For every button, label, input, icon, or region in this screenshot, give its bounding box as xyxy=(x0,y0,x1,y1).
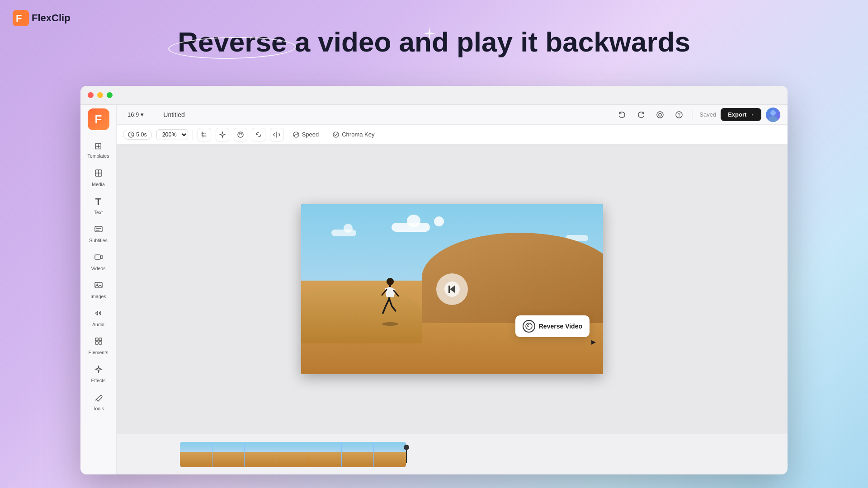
media-icon xyxy=(94,169,103,180)
aspect-ratio-button[interactable]: 16:9 ▾ xyxy=(124,109,147,120)
export-label: Export → xyxy=(728,111,754,118)
timeline-frame-5 xyxy=(309,442,342,467)
dune-left xyxy=(301,285,422,343)
sidebar-item-elements[interactable]: Elements xyxy=(82,332,115,359)
templates-icon: ⊞ xyxy=(94,141,102,151)
media-label: Media xyxy=(92,182,105,187)
flexclip-logo-icon: F xyxy=(13,10,29,26)
cloud2-main xyxy=(331,230,356,236)
user-avatar[interactable] xyxy=(766,108,780,122)
top-toolbar: 16:9 ▾ Untitled ? Sa xyxy=(117,105,788,125)
help-button[interactable]: ? xyxy=(672,108,686,122)
secondary-toolbar: 5.0s 200% 150% 100% 75% xyxy=(117,125,788,145)
chroma-key-button[interactable]: Chroma Key xyxy=(328,129,379,140)
subtitles-icon xyxy=(94,225,103,236)
timeline-frame-1 xyxy=(180,442,212,467)
divider2 xyxy=(693,110,693,119)
duration-value: 5.0s xyxy=(136,131,147,138)
effects-icon xyxy=(94,365,103,376)
videos-label: Videos xyxy=(91,266,106,271)
fill-color-button[interactable] xyxy=(234,128,247,141)
videos-icon xyxy=(94,253,103,264)
present-button[interactable] xyxy=(653,108,667,122)
logo-text: FlexClip xyxy=(32,12,71,24)
reverse-button[interactable] xyxy=(252,128,265,141)
traffic-light-green[interactable] xyxy=(107,92,113,98)
zoom-select[interactable]: 200% 150% 100% 75% xyxy=(156,129,188,140)
svg-point-23 xyxy=(238,132,243,137)
text-icon: T xyxy=(95,196,101,208)
audio-icon xyxy=(94,309,103,320)
redo-button[interactable] xyxy=(634,108,648,122)
aspect-ratio-chevron: ▾ xyxy=(141,111,144,118)
flip-button[interactable] xyxy=(270,128,283,141)
sidebar-logo-letter: F xyxy=(95,113,102,127)
undo-button[interactable] xyxy=(615,108,629,122)
svg-rect-13 xyxy=(95,342,98,344)
timeline-frame-7 xyxy=(374,442,406,467)
right-panel: 16:9 ▾ Untitled ? Sa xyxy=(117,105,788,474)
svg-point-26 xyxy=(387,278,394,285)
svg-rect-8 xyxy=(95,255,100,259)
svg-rect-12 xyxy=(99,338,102,341)
hero-title-highlight: Reverse xyxy=(178,26,287,58)
svg-rect-29 xyxy=(448,286,450,293)
elements-label: Elements xyxy=(89,350,108,355)
crop-button[interactable] xyxy=(198,128,211,141)
svg-text:F: F xyxy=(16,13,22,24)
divider xyxy=(154,110,154,119)
svg-text:?: ? xyxy=(678,113,681,117)
svg-rect-14 xyxy=(99,342,102,344)
cloud-left-puff xyxy=(407,215,420,227)
svg-rect-11 xyxy=(95,338,98,341)
svg-rect-5 xyxy=(95,226,102,232)
timeline-frame-2 xyxy=(212,442,245,467)
sidebar-item-videos[interactable]: Videos xyxy=(82,248,115,275)
divider3 xyxy=(193,130,193,140)
sidebar-item-tools[interactable]: Tools xyxy=(82,388,115,415)
sidebar-item-images[interactable]: Images xyxy=(82,276,115,303)
sidebar-item-media[interactable]: Media xyxy=(82,164,115,191)
cloud-right-puff xyxy=(434,216,444,226)
rewind-play-button[interactable] xyxy=(436,273,468,305)
sidebar-item-effects[interactable]: Effects xyxy=(82,360,115,387)
timeline-track[interactable] xyxy=(180,442,406,467)
sidebar-item-templates[interactable]: ⊞ Templates xyxy=(82,136,115,163)
app-window: F ⊞ Templates Media T xyxy=(80,86,788,474)
reverse-video-tooltip: Reverse Video xyxy=(515,315,590,337)
svg-point-20 xyxy=(770,110,776,116)
sidebar-item-audio[interactable]: Audio xyxy=(82,304,115,331)
reverse-tooltip-icon xyxy=(523,320,535,333)
images-label: Images xyxy=(90,294,106,299)
speed-label: Speed xyxy=(302,131,319,138)
export-button[interactable]: Export → xyxy=(721,108,761,121)
svg-point-21 xyxy=(769,116,778,122)
tools-icon xyxy=(94,393,103,404)
chroma-key-label: Chroma Key xyxy=(342,131,374,138)
cloud2-puff xyxy=(344,224,353,233)
sidebar-item-subtitles[interactable]: Subtitles xyxy=(82,220,115,247)
hero-title: Reverse a video and play it backwards xyxy=(178,26,690,58)
project-title: Untitled xyxy=(163,111,184,118)
sidebar: F ⊞ Templates Media T xyxy=(80,105,117,474)
duration-badge: 5.0s xyxy=(123,130,152,140)
sidebar-logo-button[interactable]: F xyxy=(88,108,109,130)
timeline-frame-6 xyxy=(342,442,374,467)
timeline-track-container xyxy=(153,442,406,467)
traffic-light-red[interactable] xyxy=(88,92,94,98)
hero-title-part2: a video and play it backwards xyxy=(287,26,690,57)
images-icon xyxy=(94,281,103,292)
traffic-light-yellow[interactable] xyxy=(97,92,103,98)
svg-rect-9 xyxy=(95,282,102,288)
timeline-cursor[interactable] xyxy=(406,446,407,463)
timeline-frame-3 xyxy=(245,442,277,467)
sidebar-item-text[interactable]: T Text xyxy=(82,192,115,219)
timeline-frame-4 xyxy=(277,442,310,467)
svg-point-27 xyxy=(382,322,398,326)
main-content: F ⊞ Templates Media T xyxy=(80,105,788,474)
reverse-video-label: Reverse Video xyxy=(539,323,582,330)
magic-button[interactable] xyxy=(216,128,229,141)
subtitles-label: Subtitles xyxy=(89,238,107,243)
svg-point-16 xyxy=(657,112,663,118)
speed-button[interactable]: Speed xyxy=(288,129,324,140)
